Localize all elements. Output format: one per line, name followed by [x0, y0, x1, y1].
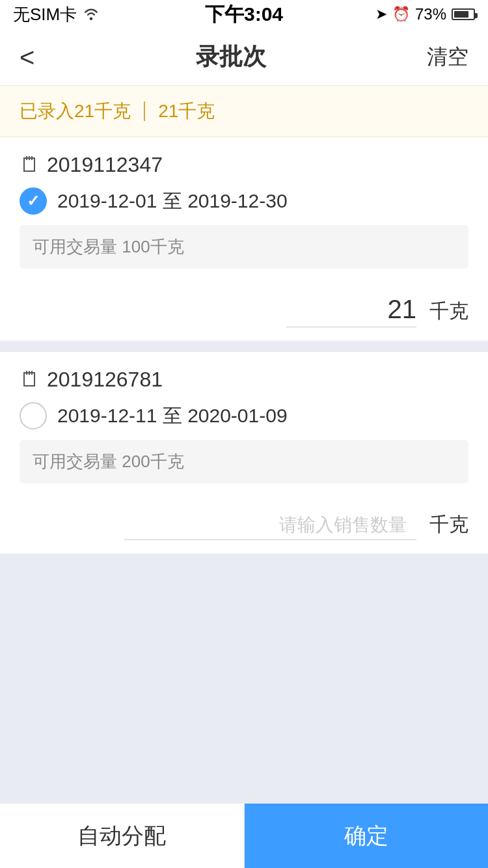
- batch-1-date: 2019-12-01 至 2019-12-30: [57, 188, 288, 215]
- nav-bar: < 录批次 清空: [0, 29, 488, 86]
- info-divider: [144, 102, 145, 121]
- batch-1-header: 🗒 2019112347: [0, 137, 488, 182]
- batch-1-qty-value: 21: [388, 295, 417, 323]
- battery-text: 73%: [415, 5, 446, 23]
- batch-1-avail: 可用交易量 100千克: [20, 225, 468, 269]
- batch-1-number: 2019112347: [47, 153, 163, 177]
- batch-2-date: 2019-12-11 至 2020-01-09: [57, 403, 288, 429]
- auto-assign-button[interactable]: 自动分配: [0, 804, 245, 868]
- batch-2-avail: 可用交易量 200千克: [20, 440, 468, 483]
- batch-2-icon: 🗒: [20, 368, 40, 392]
- batch-1-qty-row: 21 千克: [0, 284, 488, 340]
- info-recorded-label: 已录入21千克: [20, 99, 131, 124]
- back-button[interactable]: <: [20, 44, 34, 70]
- batch-1-qty-unit: 千克: [429, 298, 468, 325]
- batch-2-avail-text: 可用交易量 200千克: [33, 452, 184, 471]
- wifi-icon: [82, 5, 100, 25]
- location-icon: ➤: [375, 6, 387, 23]
- batch-2-number: 2019126781: [47, 368, 163, 392]
- batch-2-input-row[interactable]: 千克: [0, 499, 488, 553]
- batch-card-2: 🗒 2019126781 2019-12-11 至 2020-01-09 可用交…: [0, 352, 488, 553]
- batch-2-header: 🗒 2019126781: [0, 352, 488, 397]
- section-divider: [0, 342, 488, 352]
- batch-2-radio[interactable]: [20, 402, 47, 429]
- batch-card-1: 🗒 2019112347 2019-12-01 至 2019-12-30 可用交…: [0, 137, 488, 340]
- status-bar: 无SIM卡 下午3:04 ➤ ⏰ 73%: [0, 0, 488, 29]
- status-right: ➤ ⏰ 73%: [375, 5, 475, 23]
- batch-2-date-row[interactable]: 2019-12-11 至 2020-01-09: [0, 397, 488, 440]
- info-banner: 已录入21千克 21千克: [0, 86, 488, 137]
- carrier-text: 无SIM卡: [13, 3, 77, 26]
- info-value: 21千克: [158, 99, 215, 124]
- battery-icon: [452, 8, 475, 20]
- batch-2-unit-label: 千克: [429, 511, 468, 538]
- batch-1-qty-underline: 21: [286, 295, 416, 327]
- status-left: 无SIM卡: [13, 3, 100, 26]
- confirm-button[interactable]: 确定: [245, 804, 489, 868]
- batch-1-icon: 🗒: [20, 153, 40, 177]
- page-title: 录批次: [196, 41, 266, 73]
- alarm-icon: ⏰: [392, 6, 410, 23]
- batch-1-radio[interactable]: [20, 187, 47, 215]
- gray-area: [0, 554, 488, 815]
- batch-1-date-row[interactable]: 2019-12-01 至 2019-12-30: [0, 182, 488, 225]
- bottom-bar: 自动分配 确定: [0, 803, 488, 868]
- batch-2-qty-input[interactable]: [124, 509, 416, 540]
- status-time: 下午3:04: [205, 1, 283, 28]
- batch-1-avail-text: 可用交易量 100千克: [33, 237, 184, 256]
- clear-button[interactable]: 清空: [427, 43, 468, 72]
